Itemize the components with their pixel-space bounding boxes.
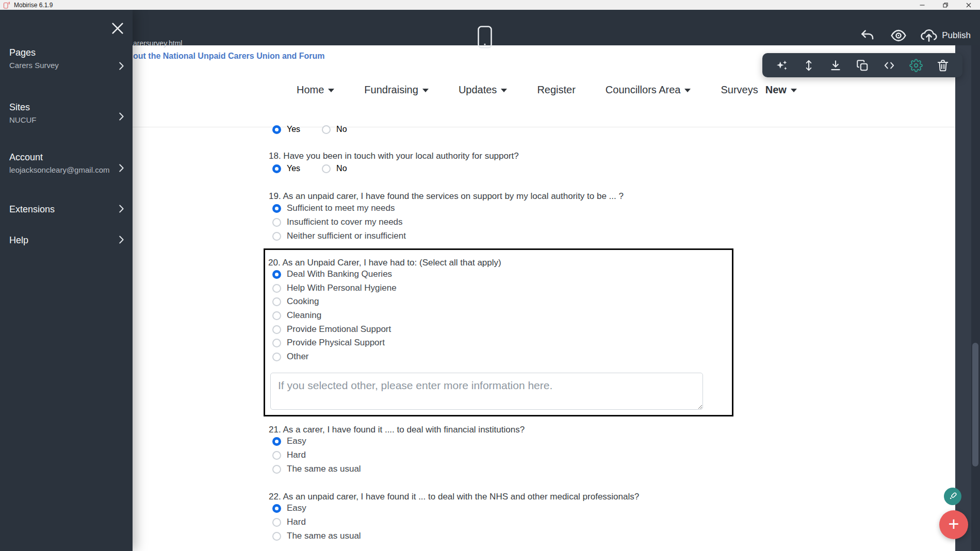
os-titlebar: Mobirise 6.1.9 bbox=[0, 0, 980, 10]
radio-option[interactable]: Provide Emotional Support bbox=[272, 325, 391, 334]
selected-block-q20[interactable]: 20. As an Unpaid Carer, I have had to: (… bbox=[264, 248, 733, 416]
nav-item-surveys[interactable]: SurveysNew bbox=[721, 84, 796, 96]
settings-gear-icon[interactable] bbox=[909, 58, 923, 73]
minimize-button[interactable] bbox=[910, 0, 934, 10]
nav-item-fundraising[interactable]: Fundraising bbox=[364, 84, 429, 96]
radio-option[interactable]: Cleaning bbox=[272, 311, 321, 320]
preview-eye-icon[interactable] bbox=[890, 27, 907, 44]
sidebar-item-sublabel: Carers Survey bbox=[9, 60, 126, 71]
radio-unchecked-icon[interactable] bbox=[322, 164, 331, 173]
radio-unchecked-icon[interactable] bbox=[322, 125, 331, 134]
radio-option[interactable]: Yes bbox=[272, 164, 300, 173]
top-about-link[interactable]: out the National Unpaid Carers Union and… bbox=[133, 52, 325, 61]
plus-icon: + bbox=[948, 515, 959, 533]
radio-unchecked-icon[interactable] bbox=[272, 518, 281, 527]
mobirise-logo-icon bbox=[3, 2, 10, 9]
radio-unchecked-icon[interactable] bbox=[272, 284, 281, 293]
chevron-down-icon bbox=[422, 89, 429, 92]
sidebar-item-help[interactable]: Help bbox=[9, 235, 126, 246]
chevron-down-icon bbox=[791, 89, 797, 92]
nav-item-register[interactable]: Register bbox=[537, 84, 575, 96]
survey-form: Yes No 18. Have you been in touch with y… bbox=[264, 125, 733, 551]
close-window-button[interactable] bbox=[957, 0, 980, 10]
radio-checked-icon[interactable] bbox=[272, 270, 281, 279]
radio-checked-icon[interactable] bbox=[272, 437, 281, 446]
radio-unchecked-icon[interactable] bbox=[272, 339, 281, 347]
sidebar-item-label: Sites bbox=[9, 102, 126, 113]
radio-option[interactable]: Neither sufficient or insufficient bbox=[272, 231, 406, 241]
radio-unchecked-icon[interactable] bbox=[272, 465, 281, 474]
app-header: arersurvey.html bbox=[0, 10, 980, 45]
mobirise-app-window: Mobirise 6.1.9 arersurvey.html bbox=[0, 0, 980, 551]
radio-option[interactable]: Hard bbox=[272, 450, 306, 460]
radio-checked-icon[interactable] bbox=[272, 204, 281, 213]
radio-option[interactable]: Help With Personal Hygiene bbox=[272, 283, 397, 293]
publish-label: Publish bbox=[942, 30, 971, 41]
sidebar-item-label: Account bbox=[9, 152, 126, 163]
style-brush-icon bbox=[947, 491, 958, 502]
radio-option[interactable]: Provide Physical Support bbox=[272, 338, 385, 347]
sidebar-item-sites[interactable]: Sites NUCUF bbox=[9, 102, 126, 125]
radio-option[interactable]: No bbox=[322, 125, 347, 134]
scrollbar-track[interactable] bbox=[971, 45, 980, 551]
site-nav-menu: Home Fundraising Updates Register Counci… bbox=[297, 81, 797, 98]
radio-option[interactable]: Yes bbox=[272, 125, 300, 134]
chevron-down-icon bbox=[501, 89, 507, 92]
chevron-right-icon bbox=[116, 111, 127, 122]
radio-unchecked-icon[interactable] bbox=[272, 325, 281, 334]
question-22-title: 22. As an unpaid carer, I have found it … bbox=[269, 491, 639, 502]
radio-unchecked-icon[interactable] bbox=[272, 311, 281, 320]
radio-unchecked-icon[interactable] bbox=[272, 532, 281, 541]
radio-checked-icon[interactable] bbox=[272, 164, 281, 173]
radio-option[interactable]: Other bbox=[272, 352, 309, 361]
add-block-button[interactable]: + bbox=[939, 510, 968, 539]
radio-checked-icon[interactable] bbox=[272, 504, 281, 513]
radio-option[interactable]: Cooking bbox=[272, 297, 319, 306]
chevron-right-icon bbox=[116, 203, 127, 214]
duplicate-icon[interactable] bbox=[855, 58, 870, 73]
radio-unchecked-icon[interactable] bbox=[272, 297, 281, 306]
radio-unchecked-icon[interactable] bbox=[272, 232, 281, 241]
radio-option[interactable]: The same as usual bbox=[272, 464, 361, 474]
radio-option[interactable]: No bbox=[322, 164, 347, 173]
nav-item-home[interactable]: Home bbox=[297, 84, 334, 96]
site-canvas: out the National Unpaid Carers Union and… bbox=[133, 45, 955, 551]
nav-item-councillors-area[interactable]: Councillors Area bbox=[606, 84, 691, 96]
publish-button[interactable]: Publish bbox=[921, 27, 971, 44]
nav-item-updates[interactable]: Updates bbox=[459, 84, 508, 96]
sidebar-item-pages[interactable]: Pages Carers Survey bbox=[9, 47, 126, 71]
scrollbar-thumb[interactable] bbox=[972, 343, 978, 466]
maximize-button[interactable] bbox=[934, 0, 957, 10]
radio-unchecked-icon[interactable] bbox=[272, 353, 281, 361]
question-18-title: 18. Have you been in touch with your loc… bbox=[269, 151, 519, 161]
mobile-preview-icon[interactable] bbox=[477, 25, 493, 49]
radio-option[interactable]: The same as usual bbox=[272, 531, 361, 541]
radio-option[interactable]: Easy bbox=[272, 504, 306, 513]
download-icon[interactable] bbox=[828, 58, 843, 73]
radio-option[interactable]: Easy bbox=[272, 437, 306, 446]
close-sidebar-icon[interactable] bbox=[109, 20, 126, 37]
code-icon[interactable] bbox=[882, 58, 896, 73]
question-20-title: 20. As an Unpaid Carer, I have had to: (… bbox=[268, 257, 501, 268]
radio-option[interactable]: Deal With Banking Queries bbox=[272, 270, 392, 279]
radio-option[interactable]: Insufficient to cover my needs bbox=[272, 218, 403, 227]
nav-new-badge: New bbox=[765, 84, 787, 96]
radio-unchecked-icon[interactable] bbox=[272, 218, 281, 227]
chevron-down-icon bbox=[328, 89, 334, 92]
trash-icon[interactable] bbox=[936, 58, 950, 73]
resize-vertical-icon[interactable] bbox=[802, 58, 816, 73]
radio-option[interactable]: Hard bbox=[272, 517, 306, 527]
sidebar-item-account[interactable]: Account leojacksoncleary@gmail.com bbox=[9, 152, 126, 175]
radio-option[interactable]: Sufficient to meet my needs bbox=[272, 204, 395, 213]
radio-checked-icon[interactable] bbox=[272, 125, 281, 134]
edit-style-button[interactable] bbox=[944, 488, 961, 505]
sidebar-item-extensions[interactable]: Extensions bbox=[9, 204, 126, 215]
ai-sparkles-icon[interactable] bbox=[775, 58, 789, 73]
radio-unchecked-icon[interactable] bbox=[272, 451, 281, 460]
undo-icon[interactable] bbox=[859, 27, 876, 44]
other-info-textarea[interactable] bbox=[270, 373, 703, 410]
chevron-down-icon bbox=[684, 89, 691, 92]
chevron-right-icon bbox=[116, 234, 127, 245]
question-21-title: 21. As a carer, I have found it .... to … bbox=[269, 424, 525, 435]
app-title: Mobirise 6.1.9 bbox=[14, 2, 53, 9]
